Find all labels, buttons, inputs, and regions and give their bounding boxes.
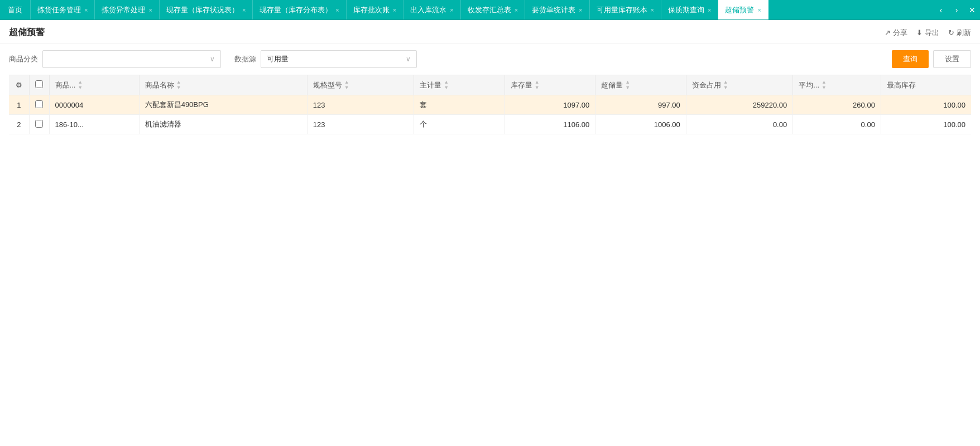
- row-2-checkbox[interactable]: [35, 120, 43, 128]
- product-category-label: 商品分类: [9, 54, 38, 64]
- share-icon: ↗: [885, 28, 891, 37]
- datasource-select[interactable]: 可用量 ∨: [261, 50, 417, 68]
- row-2-overstock: 1006.00: [595, 115, 686, 134]
- table-wrapper: ⚙ 商品... ▲▼ 商品名称: [0, 75, 980, 134]
- data-table: ⚙ 商品... ▲▼ 商品名称: [9, 75, 971, 134]
- row-1-stock: 1097.00: [505, 95, 595, 115]
- row-2-unit: 个: [414, 115, 505, 134]
- row-1-avg: 260.00: [793, 95, 881, 115]
- row-1-overstock: 997.00: [595, 95, 686, 115]
- th-avg[interactable]: 平均... ▲▼: [793, 75, 881, 95]
- close-tab-9[interactable]: ×: [651, 7, 654, 13]
- sort-overstock-icon: ▲▼: [625, 80, 630, 90]
- nav-home[interactable]: 首页: [0, 0, 31, 20]
- sort-product-code-icon: ▲▼: [78, 80, 83, 90]
- close-tab-11[interactable]: ×: [757, 7, 761, 13]
- filter-area: 商品分类 ∨ 数据源 可用量 ∨ 查询 设置: [0, 43, 980, 75]
- settings-button[interactable]: 设置: [933, 50, 971, 68]
- datasource-chevron-icon: ∨: [406, 55, 411, 63]
- nav-prev-button[interactable]: ‹: [933, 0, 949, 20]
- query-button[interactable]: 查询: [892, 50, 929, 68]
- sort-avg-icon: ▲▼: [822, 80, 827, 90]
- row-1-checkbox[interactable]: [35, 100, 43, 108]
- product-category-select[interactable]: ∨: [42, 50, 221, 68]
- tab-9[interactable]: 可用量库存账本 ×: [590, 0, 661, 20]
- close-tab-10[interactable]: ×: [708, 7, 711, 13]
- row-1-product-code: 0000004: [49, 95, 139, 115]
- row-2-avg: 0.00: [793, 115, 881, 134]
- page-header: 超储预警 ↗ 分享 ⬇ 导出 ↻ 刷新: [0, 20, 980, 43]
- top-navigation: 首页 拣货任务管理 × 拣货异常处理 × 现存量（库存状况表） × 现存量（库存…: [0, 0, 980, 20]
- row-1-maxstock: 100.00: [881, 95, 971, 115]
- sort-stock-icon: ▲▼: [535, 80, 540, 90]
- sort-product-name-icon: ▲▼: [176, 80, 181, 90]
- row-1-spec: 123: [307, 95, 414, 115]
- export-icon: ⬇: [916, 28, 923, 37]
- table-row: 1 0000004 六配套新昌490BPG 123 套 1097.00 997.…: [9, 95, 971, 115]
- close-tab-6[interactable]: ×: [450, 7, 453, 13]
- refresh-icon: ↻: [948, 28, 954, 37]
- row-1-checkbox-cell[interactable]: [29, 95, 49, 115]
- th-spec[interactable]: 规格型号 ▲▼: [307, 75, 414, 95]
- select-all-checkbox[interactable]: [35, 80, 43, 88]
- th-overstock[interactable]: 超储量 ▲▼: [595, 75, 686, 95]
- tab-3[interactable]: 现存量（库存状况表） ×: [160, 0, 253, 20]
- row-2-capital: 0.00: [686, 115, 792, 134]
- table-body: 1 0000004 六配套新昌490BPG 123 套 1097.00 997.…: [9, 95, 971, 134]
- filter-buttons: 查询 设置: [892, 50, 971, 68]
- th-product-code[interactable]: 商品... ▲▼: [49, 75, 139, 95]
- th-checkbox[interactable]: [29, 75, 49, 95]
- th-maxstock: 最高库存: [881, 75, 971, 95]
- close-tab-8[interactable]: ×: [579, 7, 582, 13]
- datasource-filter: 数据源 可用量 ∨: [234, 50, 417, 68]
- tab-11[interactable]: 超储预警 ×: [718, 0, 768, 20]
- datasource-label: 数据源: [234, 54, 256, 64]
- close-tab-5[interactable]: ×: [393, 7, 396, 13]
- tab-1[interactable]: 拣货任务管理 ×: [31, 0, 95, 20]
- nav-arrows: ‹ › ✕: [933, 0, 980, 20]
- tab-7[interactable]: 收发存汇总表 ×: [461, 0, 525, 20]
- close-tab-1[interactable]: ×: [84, 7, 88, 13]
- close-tab-3[interactable]: ×: [242, 7, 246, 13]
- row-1-unit: 套: [414, 95, 505, 115]
- row-1-product-name: 六配套新昌490BPG: [139, 95, 307, 115]
- header-actions: ↗ 分享 ⬇ 导出 ↻ 刷新: [885, 28, 971, 38]
- product-category-chevron-icon: ∨: [210, 55, 215, 63]
- table-header: ⚙ 商品... ▲▼ 商品名称: [9, 75, 971, 95]
- th-gear[interactable]: ⚙: [9, 75, 29, 95]
- row-2-product-name: 机油滤清器: [139, 115, 307, 134]
- gear-icon: ⚙: [16, 81, 22, 89]
- row-1-capital: 259220.00: [686, 95, 792, 115]
- close-tab-2[interactable]: ×: [148, 7, 152, 13]
- sort-unit-icon: ▲▼: [444, 80, 449, 90]
- th-capital[interactable]: 资金占用 ▲▼: [686, 75, 792, 95]
- nav-next-button[interactable]: ›: [949, 0, 964, 20]
- tab-2[interactable]: 拣货异常处理 ×: [95, 0, 159, 20]
- close-tab-4[interactable]: ×: [335, 7, 339, 13]
- sort-spec-icon: ▲▼: [344, 80, 349, 90]
- th-unit[interactable]: 主计量 ▲▼: [414, 75, 505, 95]
- tab-6[interactable]: 出入库流水 ×: [403, 0, 460, 20]
- th-product-name[interactable]: 商品名称 ▲▼: [139, 75, 307, 95]
- share-button[interactable]: ↗ 分享: [885, 28, 907, 38]
- close-tab-7[interactable]: ×: [515, 7, 518, 13]
- datasource-value: 可用量: [267, 54, 289, 64]
- tab-4[interactable]: 现存量（库存分布表） ×: [253, 0, 346, 20]
- export-button[interactable]: ⬇ 导出: [916, 28, 939, 38]
- row-index-1: 1: [9, 95, 29, 115]
- page-title: 超储预警: [9, 27, 45, 38]
- th-stock[interactable]: 库存量 ▲▼: [505, 75, 595, 95]
- row-2-stock: 1106.00: [505, 115, 595, 134]
- row-2-checkbox-cell[interactable]: [29, 115, 49, 134]
- tab-5[interactable]: 库存批次账 ×: [347, 0, 403, 20]
- row-2-maxstock: 100.00: [881, 115, 971, 134]
- product-category-filter: 商品分类 ∨: [9, 50, 221, 68]
- sort-capital-icon: ▲▼: [723, 80, 728, 90]
- tab-8[interactable]: 要货单统计表 ×: [525, 0, 589, 20]
- refresh-button[interactable]: ↻ 刷新: [948, 28, 971, 38]
- row-2-product-code: 186-10...: [49, 115, 139, 134]
- table-row: 2 186-10... 机油滤清器 123 个 1106.00 1006.00 …: [9, 115, 971, 134]
- nav-menu-button[interactable]: ✕: [964, 0, 980, 20]
- tab-10[interactable]: 保质期查询 ×: [661, 0, 718, 20]
- row-index-2: 2: [9, 115, 29, 134]
